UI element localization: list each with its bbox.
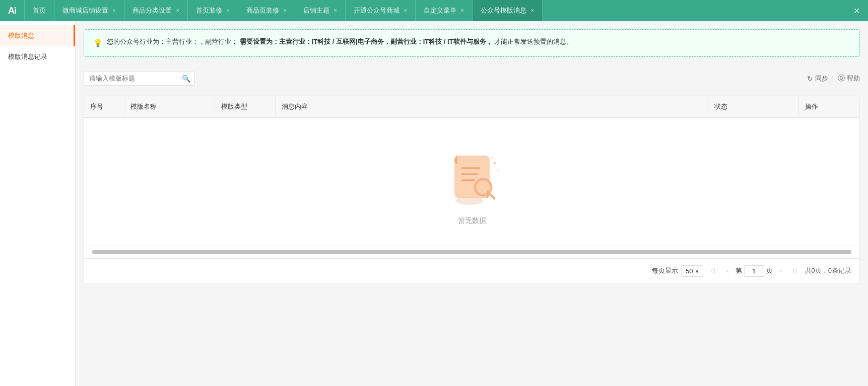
- empty-illustration: [442, 148, 502, 208]
- tab-2-label: 商品分类设置: [132, 6, 172, 15]
- empty-text: 暂无数据: [458, 216, 486, 225]
- pagination: 每页显示 50 ∨ ⟨⟨ ＜ 第 页 ＞ ⟩⟩ 共0页，0条记录: [84, 258, 859, 283]
- search-input[interactable]: [84, 71, 194, 86]
- th-action-label: 操作: [805, 103, 818, 110]
- table-header: 序号 模版名称 模版类型 消息内容 状态 操作: [84, 96, 859, 118]
- search-wrap: 🔍: [84, 71, 194, 86]
- tab-7-label: 自定义菜单: [424, 6, 456, 15]
- tab-4-close[interactable]: ×: [283, 7, 287, 14]
- tab-2-close[interactable]: ×: [176, 7, 179, 14]
- sync-icon: ↻: [807, 74, 813, 83]
- tab-4[interactable]: 商品页装修 ×: [238, 0, 295, 21]
- th-action: 操作: [799, 96, 859, 117]
- tab-2[interactable]: 商品分类设置 ×: [124, 0, 188, 21]
- th-name: 模版名称: [124, 96, 215, 117]
- tab-8-label: 公众号模版消息: [481, 6, 526, 15]
- page-size-dropdown[interactable]: 50 ∨: [681, 265, 703, 277]
- notice-highlight: 需要设置为：主营行业：IT科技 / 互联网|电子商务，副营行业：IT科技 / I…: [240, 38, 493, 45]
- notice-box: 💡 您的公众号行业为：主营行业：，副营行业： 需要设置为：主营行业：IT科技 /…: [84, 29, 860, 57]
- svg-line-6: [489, 193, 494, 198]
- th-status-label: 状态: [714, 103, 727, 110]
- tab-5[interactable]: 店铺主题 ×: [295, 0, 346, 21]
- help-button[interactable]: ⓪ 帮助: [838, 74, 860, 83]
- help-label: 帮助: [847, 74, 860, 83]
- th-index: 序号: [84, 96, 124, 117]
- notice-prefix: 您的公众号行业为：主营行业：，副营行业：: [107, 38, 238, 45]
- svg-point-5: [477, 181, 489, 193]
- tab-3-close[interactable]: ×: [226, 7, 230, 14]
- th-content-label: 消息内容: [282, 103, 308, 110]
- notice-text: 您的公众号行业为：主营行业：，副营行业： 需要设置为：主营行业：IT科技 / 互…: [107, 37, 573, 47]
- logo: Ai: [0, 0, 25, 21]
- tab-6-close[interactable]: ×: [404, 7, 407, 14]
- search-button[interactable]: 🔍: [182, 74, 190, 83]
- page-navigation: ⟨⟨ ＜ 第 页 ＞ ⟩⟩: [707, 265, 801, 277]
- page-label: 第: [736, 266, 742, 275]
- tab-1[interactable]: 微商城店铺设置 ×: [54, 0, 124, 21]
- notice-suffix: 才能正常发送预置的消息。: [494, 38, 573, 45]
- total-label: 共0页，0条记录: [805, 266, 851, 275]
- horizontal-scrollbar[interactable]: [84, 246, 859, 258]
- tab-3-label: 首页装修: [196, 6, 222, 15]
- last-page-button[interactable]: ⟩⟩: [789, 265, 801, 277]
- sidebar: 模版消息 模版消息记录: [0, 21, 76, 386]
- th-type-label: 模版类型: [221, 103, 247, 110]
- global-close-button[interactable]: ✕: [845, 6, 868, 16]
- tab-3[interactable]: 首页装修 ×: [188, 0, 238, 21]
- th-status: 状态: [708, 96, 799, 117]
- tab-7[interactable]: 自定义菜单 ×: [416, 0, 473, 21]
- empty-state: 暂无数据: [84, 118, 859, 246]
- data-table: 序号 模版名称 模版类型 消息内容 状态 操作: [84, 96, 860, 283]
- help-icon: ⓪: [838, 74, 845, 83]
- th-content: 消息内容: [276, 96, 708, 117]
- page-size-value: 50: [686, 267, 693, 275]
- tab-home-label: 首页: [33, 6, 46, 15]
- tab-5-close[interactable]: ×: [333, 7, 337, 14]
- next-page-button[interactable]: ＞: [775, 265, 787, 277]
- tab-4-label: 商品页装修: [246, 6, 279, 15]
- sidebar-item-template-records[interactable]: 模版消息记录: [0, 46, 75, 67]
- svg-point-8: [497, 170, 499, 172]
- divider: |: [832, 74, 834, 82]
- sync-button[interactable]: ↻ 同步: [807, 74, 828, 83]
- notice-icon: 💡: [93, 37, 103, 49]
- first-page-button[interactable]: ⟨⟨: [707, 265, 719, 277]
- tab-1-close[interactable]: ×: [112, 7, 116, 14]
- svg-point-9: [491, 157, 493, 159]
- th-name-label: 模版名称: [130, 103, 157, 110]
- page-size-label: 每页显示: [652, 266, 678, 275]
- tab-6-label: 开通公众号商城: [354, 6, 399, 15]
- logo-text: Ai: [8, 6, 16, 16]
- page-unit: 页: [766, 266, 773, 275]
- page-input[interactable]: [744, 265, 764, 277]
- chevron-down-icon: ∨: [695, 268, 699, 274]
- main-layout: 模版消息 模版消息记录 💡 您的公众号行业为：主营行业：，副营行业： 需要设置为…: [0, 21, 868, 386]
- tab-7-close[interactable]: ×: [460, 7, 464, 14]
- svg-point-7: [493, 162, 496, 165]
- tab-8[interactable]: 公众号模版消息 ×: [473, 0, 543, 21]
- content-area: 💡 您的公众号行业为：主营行业：，副营行业： 需要设置为：主营行业：IT科技 /…: [76, 21, 868, 386]
- search-right: ↻ 同步 | ⓪ 帮助: [807, 74, 860, 83]
- tab-8-close[interactable]: ×: [530, 7, 534, 14]
- sidebar-item-1-label: 模版消息记录: [8, 53, 47, 60]
- tab-5-label: 店铺主题: [303, 6, 329, 15]
- scrollbar-track: [92, 250, 851, 254]
- scrollbar-thumb: [92, 250, 851, 254]
- sidebar-item-0-label: 模版消息: [8, 32, 34, 39]
- sync-label: 同步: [815, 74, 828, 83]
- th-type: 模版类型: [215, 96, 276, 117]
- tab-1-label: 微商城店铺设置: [62, 6, 108, 15]
- tab-6[interactable]: 开通公众号商城 ×: [346, 0, 416, 21]
- sidebar-item-template-message[interactable]: 模版消息: [0, 25, 75, 46]
- prev-page-button[interactable]: ＜: [721, 265, 733, 277]
- tab-bar: Ai 首页 微商城店铺设置 × 商品分类设置 × 首页装修 × 商品页装修 × …: [0, 0, 868, 21]
- tab-home[interactable]: 首页: [25, 0, 54, 21]
- th-index-label: 序号: [90, 103, 103, 110]
- search-icon: 🔍: [182, 74, 190, 83]
- page-size-select: 每页显示 50 ∨: [652, 265, 703, 277]
